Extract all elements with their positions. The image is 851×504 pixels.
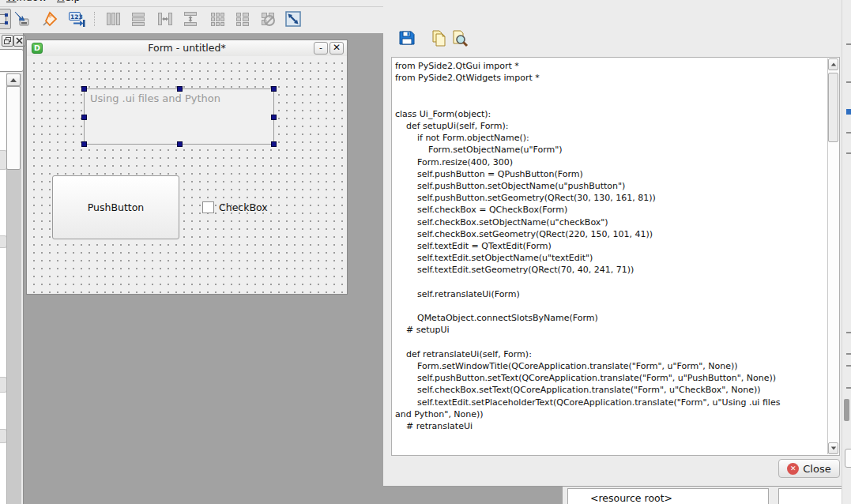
widget-box-scrollbar-up[interactable] <box>6 73 21 86</box>
lay-out-vertically-icon <box>130 10 147 28</box>
lay-out-in-a-form-layout-icon <box>234 10 251 28</box>
dialog-close-button[interactable]: ✕ Close <box>778 459 840 478</box>
arrow-up-icon <box>830 63 835 66</box>
checkbox-indicator[interactable] <box>202 201 214 213</box>
toolbar-button-edit-widgets[interactable] <box>0 9 11 29</box>
selection-handle[interactable] <box>271 115 277 120</box>
save-icon <box>398 29 416 47</box>
text-fragment <box>846 152 851 154</box>
text-fragment <box>846 132 851 134</box>
checkbox-label: CheckBox <box>219 201 268 213</box>
find-in-code-button[interactable] <box>450 29 469 48</box>
break-layout-icon <box>259 10 277 28</box>
edit-buddies-icon <box>41 10 58 28</box>
float-window-icon <box>4 37 11 44</box>
find-icon <box>450 29 469 48</box>
text-fragment <box>846 387 851 389</box>
form-window-titlebar[interactable]: D Form - untitled* - ✕ <box>27 40 347 57</box>
code-scrollbar-down[interactable] <box>828 442 838 454</box>
toolbar-button-adjust-size[interactable] <box>283 9 303 29</box>
close-button-label: Close <box>803 463 830 475</box>
lay-out-in-a-grid-icon <box>209 10 226 28</box>
edit-widgets-icon <box>0 11 9 27</box>
red-cross-icon: ✕ <box>787 463 799 475</box>
toolbar-button-lay-out-horizontally-in-splitter[interactable] <box>155 9 175 29</box>
resource-browser-panel: <resource root> <box>563 487 851 504</box>
copy-code-button[interactable] <box>430 29 449 48</box>
form-editor-window: D Form - untitled* - ✕ Using .ui files a… <box>26 39 348 295</box>
resource-root-item[interactable]: <resource root> <box>590 492 672 504</box>
toolbar-button-edit-buddies[interactable] <box>40 9 60 29</box>
resource-tree[interactable]: <resource root> <box>567 488 769 504</box>
selected-row-fragment <box>846 109 851 115</box>
code-scrollbar-track[interactable] <box>827 58 838 454</box>
edit-tab-order-icon: 123 <box>68 10 85 28</box>
panel-corner-fragment <box>845 449 851 468</box>
minimize-button[interactable]: - <box>314 42 328 55</box>
close-icon <box>16 37 23 44</box>
lay-out-horizontally-icon <box>104 10 122 28</box>
toolbar-button-break-layout[interactable] <box>258 9 278 29</box>
code-scrollbar-thumb[interactable] <box>828 73 838 142</box>
toolbar-button-edit-tab-order[interactable]: 123 <box>66 9 87 29</box>
svg-text:123: 123 <box>70 13 83 21</box>
close-button[interactable]: ✕ <box>329 42 344 55</box>
panel-divider <box>23 33 24 504</box>
pushbutton-widget[interactable]: PushButton <box>52 175 179 239</box>
menu-window[interactable]: Window <box>6 0 47 3</box>
toolbar-button-lay-out-horizontally[interactable] <box>103 9 123 29</box>
toolbar-button-lay-out-in-a-grid[interactable] <box>207 9 228 29</box>
lay-out-vertically-in-splitter-icon <box>182 10 199 28</box>
toolbar-button-lay-out-in-a-form-layout[interactable] <box>232 9 253 29</box>
view-code-dialog: from PySide2.QtGui import * from PySide2… <box>383 0 842 487</box>
text-fragment <box>846 43 851 45</box>
form-window-title: Form - untitled* <box>27 42 347 54</box>
toolbar-button-lay-out-vertically-in-splitter[interactable] <box>180 9 201 29</box>
selection-handle[interactable] <box>81 115 87 120</box>
textedit-placeholder: Using .ui files and Python <box>90 92 220 104</box>
form-canvas[interactable]: Using .ui files and Python PushButton Ch… <box>27 56 347 294</box>
resource-preview-box[interactable] <box>778 488 845 504</box>
widget-filter-box[interactable] <box>0 49 24 72</box>
widget-box-scrollbar-thumb[interactable] <box>6 86 21 170</box>
selection-handle[interactable] <box>81 141 87 147</box>
selection-handle[interactable] <box>271 141 277 147</box>
text-fragment <box>846 365 851 367</box>
widget-box-list[interactable] <box>0 73 6 504</box>
selection-handle[interactable] <box>177 141 183 147</box>
mdi-area-bottom <box>383 487 563 504</box>
text-fragment <box>846 332 851 333</box>
arrow-up-icon <box>10 78 17 82</box>
code-scrollbar-up[interactable] <box>828 58 838 70</box>
code-view: from PySide2.QtGui import * from PySide2… <box>391 57 840 456</box>
scrollbar-fragment <box>844 399 849 421</box>
toolbar-separator <box>94 12 95 26</box>
text-fragment <box>846 353 851 355</box>
selection-handle[interactable] <box>177 86 183 92</box>
arrow-down-icon <box>830 447 835 450</box>
qt-designer-screen: Window Help <box>0 0 851 504</box>
textedit-widget[interactable]: Using .ui files and Python <box>84 88 274 145</box>
text-fragment <box>846 81 851 83</box>
copy-icon <box>430 29 448 47</box>
selection-handle[interactable] <box>271 86 277 92</box>
property-editor-edge <box>842 0 851 504</box>
dock-float-button[interactable] <box>2 35 13 47</box>
edit-signals-slots-icon <box>13 10 30 28</box>
toolbar-button-lay-out-vertically[interactable] <box>128 9 149 29</box>
save-code-button[interactable] <box>398 29 417 48</box>
menu-help[interactable]: Help <box>57 0 81 3</box>
lay-out-horizontally-in-splitter-icon <box>156 10 174 28</box>
form-toolbar: 123 <box>0 6 383 34</box>
selection-handle[interactable] <box>81 86 87 92</box>
adjust-size-icon <box>284 9 303 28</box>
toolbar-button-edit-signals-slots[interactable] <box>11 9 32 29</box>
checkbox-widget[interactable]: CheckBox <box>202 191 282 224</box>
generated-python-code: from PySide2.QtGui import * from PySide2… <box>392 58 839 434</box>
